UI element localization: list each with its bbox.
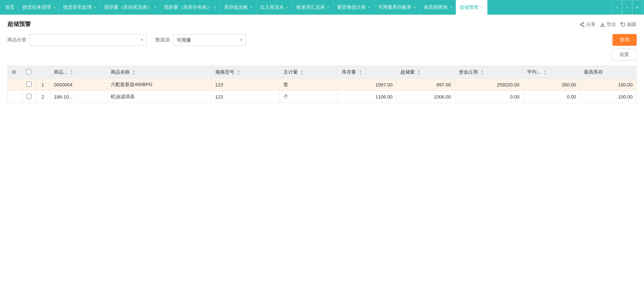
nav-available-book[interactable]: 可用量库存账本 × <box>374 0 420 15</box>
td-overstock-2: 1006.00 <box>396 91 455 103</box>
category-label: 商品分类 <box>7 37 26 43</box>
td-product-code-1: 0000004 <box>50 79 107 91</box>
filters-right: 查询 设置 <box>612 34 637 60</box>
td-product-code-2: 186-10... <box>50 91 107 103</box>
close-icon[interactable]: × <box>481 5 483 10</box>
sort-arrows-stock[interactable]: ▲▼ <box>359 70 362 75</box>
close-icon[interactable]: × <box>414 5 416 10</box>
table-body: 1 0000004 六配套新昌490BPG 123 套 1097.00 997.… <box>8 79 637 103</box>
th-product-name[interactable]: 商品名称 ▲▼ <box>107 66 211 79</box>
td-capital-1: 259220.00 <box>455 79 523 91</box>
nav-inventory-dist[interactable]: 现存量（库存分布表） × <box>160 0 220 15</box>
sort-arrows-capital[interactable]: ▲▼ <box>480 70 483 75</box>
gear-icon[interactable]: ⚙ <box>11 69 16 75</box>
td-settings-1 <box>8 79 22 91</box>
nav-recv-send[interactable]: 收发存汇总表 × <box>293 0 333 15</box>
close-icon[interactable]: × <box>214 5 216 10</box>
td-max-stock-2: 100.00 <box>580 91 637 103</box>
th-unit[interactable]: 主计量 ▲▼ <box>280 66 338 79</box>
settings-button[interactable]: 设置 <box>612 49 637 60</box>
share-button[interactable]: 分享 <box>579 21 596 28</box>
nav-home[interactable]: 首页 <box>1 0 19 15</box>
th-max-stock[interactable]: 最高库存 <box>580 66 637 79</box>
refresh-button[interactable]: 刷新 <box>621 21 637 28</box>
sort-arrows-product-code[interactable]: ▲▼ <box>70 70 73 75</box>
th-checkbox <box>22 66 36 79</box>
filter-area: 商品分类 ▾ 数据源 可用量 库存量 ▾ <box>7 34 637 60</box>
nav-quality-check[interactable]: 保质期查询 × <box>420 0 456 15</box>
td-max-stock-1: 100.00 <box>580 79 637 91</box>
data-table: ⚙ 商品... ▲▼ 商品名称 ▲▼ 规格型号 ▲▼ <box>7 66 637 103</box>
top-navigation: 首页 拣货任务管理 × 拣货异常处理 × 现存量（库存状况表） × 现存量（库存… <box>0 0 644 15</box>
td-stock-1: 1097.00 <box>338 79 396 91</box>
nav-abnormal[interactable]: 拣货异常处理 × <box>59 0 100 15</box>
td-capital-2: 0.00 <box>455 91 523 103</box>
close-icon[interactable]: × <box>53 5 55 10</box>
close-icon[interactable]: × <box>368 5 370 10</box>
nav-arrow-left[interactable]: ‹ <box>612 0 622 15</box>
query-button[interactable]: 查询 <box>612 34 637 46</box>
close-icon[interactable]: × <box>94 5 96 10</box>
td-avg-1: 260.00 <box>523 79 580 91</box>
th-product-code[interactable]: 商品... ▲▼ <box>50 66 107 79</box>
export-button[interactable]: 导出 <box>600 21 616 28</box>
category-filter-group: 商品分类 ▾ <box>7 34 147 46</box>
table-row: 2 186-10... 机油滤清器 123 个 1106.00 1006.00 … <box>8 91 637 103</box>
td-spec-1: 123 <box>211 79 280 91</box>
sort-arrows-avg[interactable]: ▲▼ <box>544 70 546 75</box>
refresh-icon <box>621 22 626 27</box>
datasource-select[interactable]: 可用量 库存量 <box>173 34 246 46</box>
nav-order-stat[interactable]: 要货单统计表 × <box>333 0 374 15</box>
th-avg[interactable]: 平均... ▲▼ <box>523 66 580 79</box>
category-select[interactable] <box>29 34 147 46</box>
page-title: 超储预警 <box>7 21 31 28</box>
th-stock[interactable]: 库存量 ▲▼ <box>338 66 396 79</box>
sort-arrows-product-name[interactable]: ▲▼ <box>132 70 135 75</box>
close-icon[interactable]: × <box>286 5 288 10</box>
td-avg-2: 0.00 <box>523 91 580 103</box>
share-icon <box>579 22 585 27</box>
table-header: ⚙ 商品... ▲▼ 商品名称 ▲▼ 规格型号 ▲▼ <box>8 66 637 79</box>
nav-arrows: ‹ › × <box>612 0 643 15</box>
filters-left: 商品分类 ▾ 数据源 可用量 库存量 ▾ <box>7 34 612 46</box>
nav-inventory-status[interactable]: 现存量（库存状况表） × <box>100 0 160 15</box>
th-rownum <box>36 66 50 79</box>
row-checkbox-1[interactable] <box>26 82 32 87</box>
close-icon[interactable]: × <box>450 5 452 10</box>
td-unit-2: 个 <box>280 91 338 103</box>
td-spec-2: 123 <box>211 91 280 103</box>
datasource-label: 数据源 <box>155 37 170 43</box>
category-select-wrapper: ▾ <box>29 34 147 46</box>
td-rownum-2: 2 <box>36 91 50 103</box>
td-product-name-2: 机油滤清器 <box>107 91 211 103</box>
page-header: 超储预警 分享 导出 刷新 <box>7 21 637 28</box>
th-capital[interactable]: 资金占用 ▲▼ <box>455 66 523 79</box>
close-icon[interactable]: × <box>327 5 329 10</box>
sort-arrows-spec[interactable]: ▲▼ <box>237 70 240 75</box>
td-settings-2 <box>8 91 22 103</box>
nav-inout-flow[interactable]: 出入库流水 × <box>256 0 292 15</box>
th-overstock[interactable]: 超储量 ▲▼ <box>396 66 455 79</box>
close-icon[interactable]: × <box>154 5 156 10</box>
sort-arrows-overstock[interactable]: ▲▼ <box>417 70 420 75</box>
td-rownum-1: 1 <box>36 79 50 91</box>
select-all-checkbox[interactable] <box>26 69 31 74</box>
th-spec[interactable]: 规格型号 ▲▼ <box>211 66 280 79</box>
page-container: 超储预警 分享 导出 刷新 <box>0 15 644 293</box>
td-stock-2: 1106.00 <box>338 91 396 103</box>
td-product-name-1: 六配套新昌490BPG <box>107 79 211 91</box>
header-actions: 分享 导出 刷新 <box>579 21 637 28</box>
nav-arrow-close[interactable]: × <box>632 0 643 15</box>
table-row: 1 0000004 六配套新昌490BPG 123 套 1097.00 997.… <box>8 79 637 91</box>
close-icon[interactable]: × <box>250 5 252 10</box>
sort-arrows-unit[interactable]: ▲▼ <box>301 70 304 75</box>
td-unit-1: 套 <box>280 79 338 91</box>
td-checkbox-2 <box>22 91 36 103</box>
nav-overstock-warn[interactable]: 超储预警 × <box>456 0 487 15</box>
nav-arrow-right[interactable]: › <box>622 0 632 15</box>
nav-task-mgmt[interactable]: 拣货任务管理 × <box>19 0 59 15</box>
nav-batch[interactable]: 库存批次账 × <box>220 0 256 15</box>
th-settings: ⚙ <box>8 66 22 79</box>
row-checkbox-2[interactable] <box>26 94 32 99</box>
datasource-filter-group: 数据源 可用量 库存量 ▾ <box>155 34 246 46</box>
